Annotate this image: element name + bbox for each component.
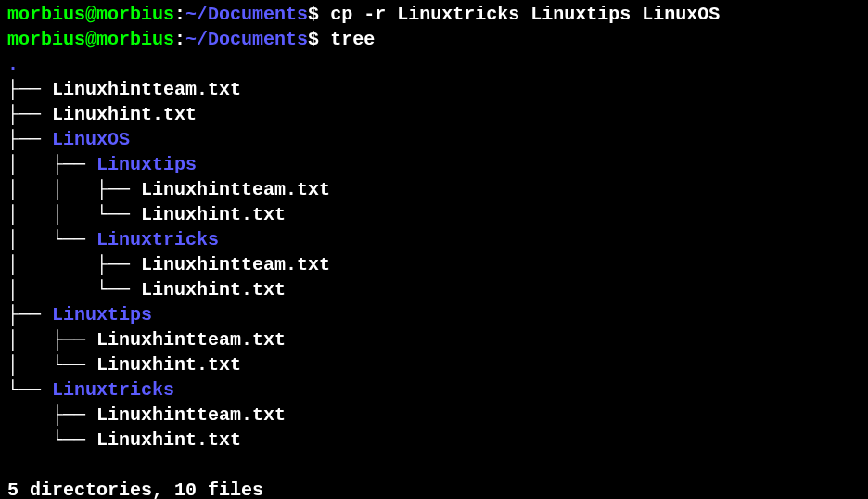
tree-branch: │ └──	[7, 229, 96, 250]
prompt-path: ~/Documents	[185, 4, 308, 25]
prompt-line-1: morbius@morbius:~/Documents$ cp -r Linux…	[7, 2, 861, 27]
tree-root: .	[7, 52, 861, 77]
tree-summary: 5 directories, 10 files	[7, 478, 861, 499]
prompt-line-2: morbius@morbius:~/Documents$ tree	[7, 27, 861, 52]
tree-line: ├── Linuxtips	[7, 302, 861, 327]
blank-line	[7, 453, 861, 478]
tree-file: Linuxhintteam.txt	[141, 179, 330, 200]
tree-file: Linuxhint.txt	[141, 279, 286, 301]
tree-output: ├── Linuxhintteam.txt├── Linuxhint.txt├─…	[7, 77, 861, 453]
command-cp	[319, 4, 330, 25]
prompt-user: morbius	[7, 4, 85, 25]
summary-text: 5 directories, 10 files	[7, 480, 263, 499]
tree-file: Linuxhintteam.txt	[52, 79, 241, 100]
prompt-host: morbius	[96, 4, 174, 25]
prompt-at: @	[85, 4, 96, 25]
tree-branch: │ │ └──	[7, 204, 141, 225]
tree-line: │ └── Linuxhint.txt	[7, 352, 861, 377]
prompt-dollar: $	[308, 4, 319, 25]
tree-dir: Linuxtricks	[96, 229, 219, 250]
prompt-path: ~/Documents	[185, 29, 308, 50]
tree-line: │ ├── Linuxtips	[7, 152, 861, 177]
command-tree-text: tree	[330, 29, 375, 50]
tree-dir: Linuxtips	[96, 154, 197, 175]
tree-dir: LinuxOS	[52, 129, 130, 150]
tree-root-dot: .	[7, 54, 19, 75]
tree-line: │ │ └── Linuxhint.txt	[7, 202, 861, 227]
tree-branch: ├──	[7, 129, 52, 150]
tree-line: ├── Linuxhintteam.txt	[7, 77, 861, 102]
tree-file: Linuxhint.txt	[96, 354, 241, 376]
tree-line: │ ├── Linuxhintteam.txt	[7, 252, 861, 277]
tree-line: │ ├── Linuxhintteam.txt	[7, 327, 861, 352]
tree-line: │ └── Linuxtricks	[7, 227, 861, 252]
tree-line: ├── Linuxhintteam.txt	[7, 403, 861, 428]
tree-file: Linuxhint.txt	[141, 204, 286, 225]
tree-branch: │ ├──	[7, 254, 141, 275]
tree-line: │ └── Linuxhint.txt	[7, 277, 861, 302]
tree-branch: ├──	[7, 404, 96, 426]
tree-branch: │ └──	[7, 279, 141, 301]
tree-dir: Linuxtips	[52, 304, 152, 326]
tree-dir: Linuxtricks	[52, 379, 174, 401]
prompt-dollar: $	[308, 29, 319, 50]
tree-branch: └──	[7, 379, 52, 401]
tree-file: Linuxhint.txt	[96, 429, 241, 451]
prompt-colon: :	[174, 4, 185, 25]
tree-branch: ├──	[7, 104, 52, 125]
terminal[interactable]: morbius@morbius:~/Documents$ cp -r Linux…	[7, 2, 861, 499]
tree-line: └── Linuxhint.txt	[7, 428, 861, 453]
tree-line: ├── Linuxhint.txt	[7, 102, 861, 127]
tree-line: └── Linuxtricks	[7, 377, 861, 403]
tree-line: ├── LinuxOS	[7, 127, 861, 152]
tree-branch: │ └──	[7, 354, 96, 376]
tree-file: Linuxhintteam.txt	[96, 404, 286, 426]
tree-file: Linuxhint.txt	[52, 104, 197, 125]
tree-line: │ │ ├── Linuxhintteam.txt	[7, 177, 861, 202]
tree-file: Linuxhintteam.txt	[141, 254, 330, 275]
prompt-host: morbius	[96, 29, 174, 50]
prompt-user: morbius	[7, 29, 85, 50]
command-tree	[319, 29, 330, 50]
tree-branch: └──	[7, 429, 96, 451]
tree-branch: │ ├──	[7, 154, 96, 175]
command-cp-text: cp -r Linuxtricks Linuxtips LinuxOS	[330, 4, 720, 25]
tree-file: Linuxhintteam.txt	[96, 329, 286, 351]
tree-branch: ├──	[7, 79, 52, 100]
tree-branch: │ │ ├──	[7, 179, 141, 200]
tree-branch: ├──	[7, 304, 52, 326]
prompt-at: @	[85, 29, 96, 50]
tree-branch: │ ├──	[7, 329, 96, 351]
prompt-colon: :	[174, 29, 185, 50]
